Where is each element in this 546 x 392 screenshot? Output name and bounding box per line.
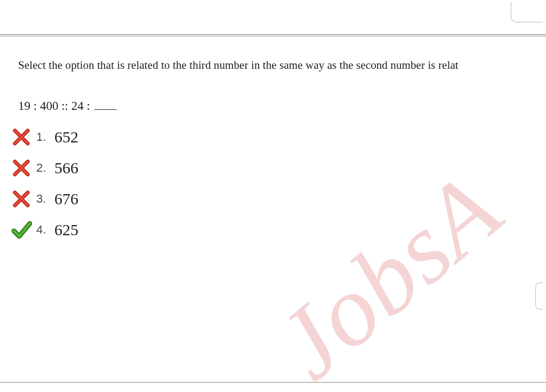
option-number: 3. xyxy=(36,192,52,206)
analogy-prefix: 19 : 400 :: 24 : xyxy=(18,99,90,113)
option-value: 676 xyxy=(54,190,78,208)
options-list: 1. 652 2. 566 xyxy=(10,122,78,245)
divider-top xyxy=(0,34,546,36)
page: Select the option that is related to the… xyxy=(0,0,546,392)
cross-icon xyxy=(10,125,33,149)
option-value: 652 xyxy=(54,128,78,146)
option-1[interactable]: 1. 652 xyxy=(10,122,78,153)
watermark-text: JobsA xyxy=(254,73,546,392)
option-value: 566 xyxy=(54,159,78,177)
option-number: 1. xyxy=(36,130,52,144)
analogy-blank xyxy=(94,99,117,110)
divider-bottom xyxy=(0,382,546,383)
check-icon xyxy=(10,218,33,242)
analogy-line: 19 : 400 :: 24 : xyxy=(18,99,117,113)
option-2[interactable]: 2. 566 xyxy=(10,153,78,183)
option-number: 4. xyxy=(36,223,52,237)
partial-box-top-right xyxy=(511,2,543,22)
option-number: 2. xyxy=(36,161,52,175)
option-value: 625 xyxy=(54,221,78,239)
option-4[interactable]: 4. 625 xyxy=(10,214,78,245)
cross-icon xyxy=(10,187,33,211)
option-3[interactable]: 3. 676 xyxy=(10,183,78,214)
cross-icon xyxy=(10,156,33,180)
partial-box-right xyxy=(535,283,543,309)
watermark-container: JobsA xyxy=(254,73,546,392)
question-text: Select the option that is related to the… xyxy=(18,59,546,72)
